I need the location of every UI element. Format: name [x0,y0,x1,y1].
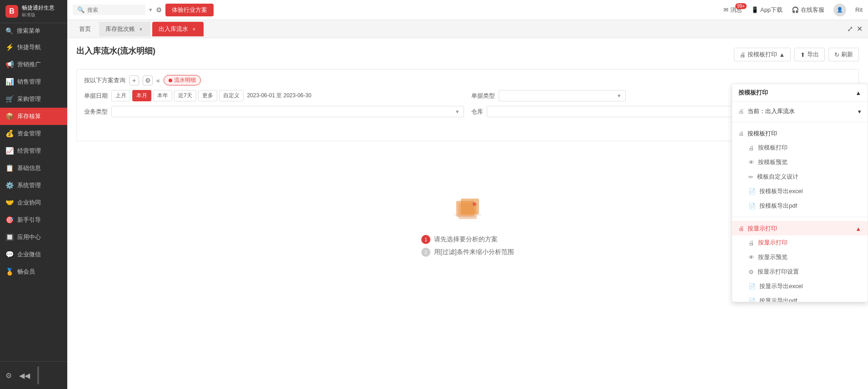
dp-template-custom-item[interactable]: ✏ 模板自定义设计 [732,170,868,184]
topbar-caret-icon[interactable]: ▾ [149,6,152,13]
template-print-button[interactable]: 🖨 按模板打印 ▲ [734,48,791,61]
sidebar-item-inventory[interactable]: 📦 库存核算 [0,108,67,125]
sidebar-item-label: 快捷导航 [17,43,41,51]
dp-template-section: 🖨 按模板打印 🖨 按模板打印 👁 按模板预览 ✏ 模板自定义设 [732,124,868,215]
filter-add-button[interactable]: + [129,75,139,85]
display-print-settings-icon: ⚙ [748,269,754,275]
refresh-icon: ↻ [834,51,839,58]
collapse-icon[interactable]: ◀◀ [19,371,30,380]
date-btn-custom[interactable]: 自定义 [219,90,244,101]
tab-inventory-batch[interactable]: 库存批次账 × [99,22,150,36]
dropdown-panel: 按模板打印 ▲ 🖨 当前：出入库流水 ▾ [732,84,868,302]
dp-header[interactable]: 按模板打印 ▲ [732,84,868,102]
dp-template-export-pdf-item[interactable]: 📄 按模板导出pdf [732,199,868,213]
display-print-icon-dp: 🖨 [738,225,744,232]
tab-home[interactable]: 首页 [73,22,97,36]
sidebar-item-purchase[interactable]: 🛒 采购管理 [0,90,67,108]
empty-steps: 1 请先选择要分析的方案 2 用[过滤]条件来缩小分析范围 [421,235,514,260]
app-download-item[interactable]: 📱 App下载 [751,6,783,14]
sidebar-item-marketing[interactable]: 📢 营销推广 [0,56,67,73]
dp-display-export-excel-item[interactable]: 📄 按显示导出excel [732,279,868,294]
user-name: Rit [855,6,863,13]
date-btn-this-year[interactable]: 本年 [153,90,172,101]
headset-icon: 🎧 [792,6,799,13]
message-badge: 99+ [735,3,747,9]
dp-current-label: 当前：出入库流水 [748,107,795,115]
export-button[interactable]: ⬆ 导出 [794,48,825,61]
search-icon: 🔍 [77,6,85,13]
topbar-search-area[interactable]: 🔍 [73,5,145,15]
refresh-label: 刷新 [841,50,853,59]
sidebar-item-system[interactable]: ⚙️ 系统管理 [0,177,67,194]
tab-inventory-batch-close[interactable]: × [138,26,144,32]
online-service-item[interactable]: 🎧 在线客服 [792,6,824,14]
template-print-icon-dp: 🖨 [738,130,744,137]
online-service-label: 在线客服 [801,6,824,14]
dp-display-export-pdf-item[interactable]: 📄 按显示导出pdf [732,294,868,302]
dp-display-header[interactable]: 🖨 按显示打印 ▲ [732,221,868,235]
template-print-label: 按模板打印 [748,50,777,59]
svg-rect-2 [461,199,479,214]
topbar-gear-icon[interactable]: ⚙ [156,6,162,14]
tab-close-all-icon[interactable]: ✕ [857,25,863,33]
main-area: 🔍 ▾ ⚙ 体验行业方案 ✉ 消息 99+ 📱 App下载 🎧 在线客服 👤 [67,0,868,389]
dp-title: 按模板打印 [738,89,768,97]
date-btn-more[interactable]: 更多 [198,90,217,101]
sidebar-item-label: 经营管理 [17,147,41,155]
app-download-icon: 📱 [751,6,758,13]
filter-field-date: 单据日期 上月 本月 本年 近7天 更多 自定义 2023-06-01 至 20… [84,90,464,101]
biz-type-chevron: ▾ [456,108,459,115]
sidebar-item-corp-wechat[interactable]: 💬 企业微信 [0,246,67,263]
sidebar-search[interactable]: 🔍 搜索菜单 [0,23,67,39]
sidebar-item-app-center[interactable]: 🔲 应用中心 [0,229,67,246]
dp-template-header[interactable]: 🖨 按模板打印 [732,126,868,140]
logo-text-area: 畅捷通好生意 标准版 [22,5,55,18]
dp-template-preview-item[interactable]: 👁 按模板预览 [732,155,868,170]
sidebar-item-label: 销售管理 [17,78,41,86]
dp-template-preview-label: 按模板预览 [758,158,788,166]
sidebar-item-cooperation[interactable]: 🤝 企业协同 [0,194,67,211]
settings-bottom-icon[interactable]: ⚙ [5,371,12,380]
tab-maximize-icon[interactable]: ⤢ [847,25,853,33]
message-item[interactable]: ✉ 消息 99+ [723,6,742,14]
dp-template-export-pdf-label: 按模板导出pdf [759,202,797,210]
filter-settings-button[interactable]: ⚙ [143,75,153,85]
dp-current-header[interactable]: 🖨 当前：出入库流水 ▾ [732,104,868,118]
refresh-button[interactable]: ↻ 刷新 [828,48,859,61]
sidebar-item-basic-info[interactable]: 📋 基础信息 [0,160,67,177]
tab-inventory-flow-close[interactable]: × [191,26,197,32]
dp-display-print-item[interactable]: 🖨 按显示打印 [732,235,868,250]
export-pdf-icon: 📄 [748,203,756,209]
sidebar-nav: ⚡ 快捷导航 📢 营销推广 📊 销售管理 🛒 采购管理 📦 库存核算 💰 资金管… [0,39,67,361]
sidebar-item-finance[interactable]: 💰 资金管理 [0,125,67,142]
filter-active-tag[interactable]: 流水明细 [164,75,201,85]
voucher-type-select[interactable]: ▾ [499,90,626,101]
sidebar-item-operation[interactable]: 📈 经营管理 [0,142,67,160]
template-custom-icon: ✏ [748,174,753,180]
page-actions: 🖨 按模板打印 ▲ ⬆ 导出 ↻ 刷新 [734,48,859,61]
dp-display-preview-item[interactable]: 👁 按显示预览 [732,250,868,264]
user-avatar[interactable]: 👤 [833,4,846,16]
logo-version: 标准版 [22,12,55,18]
biz-type-select[interactable]: ▾ [111,106,464,117]
sidebar: B 畅捷通好生意 标准版 🔍 搜索菜单 ⚡ 快捷导航 📢 营销推广 📊 销售管理… [0,0,67,389]
dp-template-print-item[interactable]: 🖨 按模板打印 [732,140,868,155]
date-btn-this-month[interactable]: 本月 [132,90,151,101]
trial-button[interactable]: 体验行业方案 [165,4,214,16]
print-icon: 🖨 [740,51,746,58]
date-btn-7days[interactable]: 近7天 [174,90,196,101]
dp-display-export-pdf-label: 按显示导出pdf [759,297,797,302]
sidebar-item-quick-nav[interactable]: ⚡ 快捷导航 [0,39,67,56]
date-btn-last-month[interactable]: 上月 [111,90,130,101]
dp-template-export-excel-item[interactable]: 📄 按模板导出excel [732,184,868,199]
sidebar-item-guide[interactable]: 🎯 新手引导 [0,211,67,229]
quick-nav-icon: ⚡ [5,43,14,51]
filter-collapse-icon[interactable]: « [156,77,160,84]
tab-inventory-flow[interactable]: 出入库流水 × [152,22,204,36]
topbar-search-input[interactable] [87,7,133,13]
sidebar-item-membership[interactable]: 🏅 畅会员 [0,263,67,280]
sidebar-item-sales[interactable]: 📊 销售管理 [0,73,67,90]
dp-display-print-settings-item[interactable]: ⚙ 按显示打印设置 [732,264,868,279]
step-num-2: 2 [421,248,430,257]
warehouse-label: 仓库 [471,108,483,116]
